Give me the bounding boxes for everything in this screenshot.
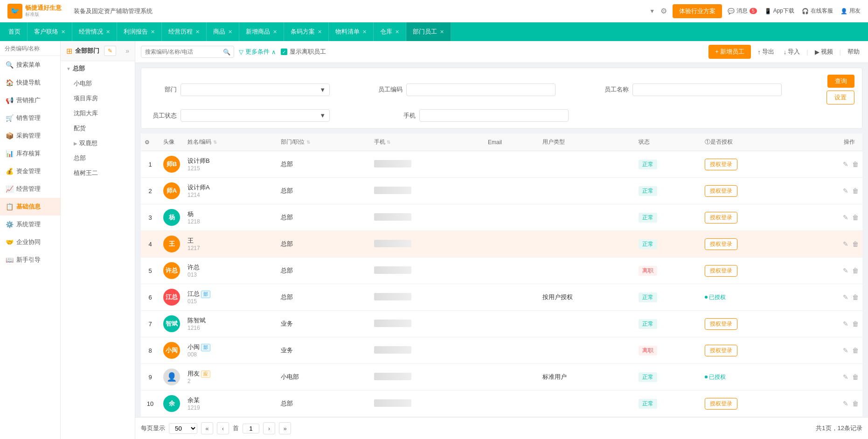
tab-operation[interactable]: 经营情况✕ xyxy=(72,22,117,41)
edit-icon[interactable]: ✎ xyxy=(843,373,848,381)
filter-more-btn[interactable]: ▽ 更多条件 ∧ xyxy=(239,48,276,56)
edit-icon[interactable]: ✎ xyxy=(843,267,848,274)
delete-icon[interactable]: 🗑 xyxy=(852,400,859,407)
last-page-btn[interactable]: » xyxy=(279,422,291,434)
app-download-btn[interactable]: 📱 App下载 xyxy=(764,7,794,15)
sidebar-item-system[interactable]: ⚙️系统管理 xyxy=(0,216,60,233)
dept-node-zhishu[interactable]: 植树王二 xyxy=(61,166,135,181)
filter-phone-input[interactable] xyxy=(419,109,569,122)
close-icon[interactable]: ✕ xyxy=(61,29,65,35)
close-icon[interactable]: ✕ xyxy=(440,29,444,35)
filter-dept-select[interactable]: ▼ xyxy=(181,84,330,96)
sidebar-item-basic[interactable]: 📋基础信息 xyxy=(0,198,60,216)
sort-icon[interactable]: ⇅ xyxy=(306,139,310,145)
auth-login-button[interactable]: 授权登录 xyxy=(705,265,737,277)
edit-icon[interactable]: ✎ xyxy=(843,240,848,248)
tab-barcode[interactable]: 条码方案✕ xyxy=(284,22,329,41)
page-size-select[interactable]: 50 100 xyxy=(169,423,197,434)
message-btn[interactable]: 💬 消息 5 xyxy=(728,7,757,15)
sort-icon[interactable]: ⇅ xyxy=(213,139,217,145)
search-input[interactable] xyxy=(141,46,234,58)
settings-icon[interactable]: ⚙ xyxy=(145,139,150,146)
query-button[interactable]: 查询 xyxy=(827,75,854,88)
dept-collapse-btn[interactable]: » xyxy=(125,47,129,55)
close-icon[interactable]: ✕ xyxy=(318,29,322,35)
first-page-btn[interactable]: « xyxy=(201,422,213,434)
close-icon[interactable]: ✕ xyxy=(106,29,110,35)
delete-icon[interactable]: 🗑 xyxy=(852,373,859,381)
system-dropdown-arrow[interactable]: ▼ xyxy=(649,8,655,14)
tab-profit[interactable]: 利润报告✕ xyxy=(117,22,162,41)
close-icon[interactable]: ✕ xyxy=(151,29,155,35)
prev-page-btn[interactable]: ‹ xyxy=(217,422,229,434)
dept-node-small-elec[interactable]: 小电部 xyxy=(61,76,135,91)
close-icon[interactable]: ✕ xyxy=(228,29,232,35)
dept-node-project-room[interactable]: 项目库房 xyxy=(61,91,135,106)
delete-icon[interactable]: 🗑 xyxy=(852,160,859,168)
tab-add-goods[interactable]: 新增商品✕ xyxy=(239,22,284,41)
delete-icon[interactable]: 🗑 xyxy=(852,267,859,274)
sidebar-item-stock[interactable]: 📊库存核算 xyxy=(0,145,60,162)
edit-icon[interactable]: ✎ xyxy=(843,347,848,354)
auth-login-button[interactable]: 授权登录 xyxy=(705,345,737,356)
import-btn[interactable]: ↓ 导入 xyxy=(781,48,803,56)
dept-edit-icon[interactable]: ✎ xyxy=(104,46,116,56)
dept-node-peizhuo[interactable]: 配货 xyxy=(61,121,135,136)
dept-node-root[interactable]: ▼ 总部 xyxy=(61,61,135,76)
gear-icon[interactable]: ⚙ xyxy=(660,7,667,15)
tab-warehouse[interactable]: 仓库✕ xyxy=(374,22,406,41)
close-icon[interactable]: ✕ xyxy=(273,29,277,35)
tab-home[interactable]: 首页 xyxy=(4,22,28,41)
sidebar-item-purchase[interactable]: 📦采购管理 xyxy=(0,127,60,145)
close-icon[interactable]: ✕ xyxy=(362,29,367,35)
auth-login-button[interactable]: 授权登录 xyxy=(705,238,737,250)
filter-emp-status-select[interactable]: ▼ xyxy=(181,109,330,122)
edit-icon[interactable]: ✎ xyxy=(843,320,848,328)
show-resigned-toggle[interactable]: ✓ 显示离职员工 xyxy=(281,48,326,56)
online-service-btn[interactable]: 🎧 在线客服 xyxy=(802,7,833,15)
edit-icon[interactable]: ✎ xyxy=(843,160,848,168)
delete-icon[interactable]: 🗑 xyxy=(852,293,859,301)
auth-login-button[interactable]: 授权登录 xyxy=(705,398,737,410)
auth-login-button[interactable]: 授权登录 xyxy=(705,318,737,330)
sidebar-item-operation[interactable]: 📈经营管理 xyxy=(0,180,60,198)
filter-emp-code-input[interactable] xyxy=(406,84,556,96)
delete-icon[interactable]: 🗑 xyxy=(852,347,859,354)
tab-bom[interactable]: 物料清单✕ xyxy=(329,22,374,41)
export-btn[interactable]: ↑ 导出 xyxy=(755,48,777,56)
sidebar-item-shortcut[interactable]: 🏠快捷导航 xyxy=(0,74,60,91)
auth-login-button[interactable]: 授权登录 xyxy=(705,159,737,170)
trial-button[interactable]: 体验行业方案 xyxy=(673,4,722,18)
sidebar-item-corp[interactable]: 🤝企业协同 xyxy=(0,233,60,251)
filter-emp-name-input[interactable] xyxy=(632,84,782,96)
sidebar-item-guide[interactable]: 📖新手引导 xyxy=(0,251,60,269)
sidebar-item-search[interactable]: 🔍搜索菜单 xyxy=(0,56,60,74)
delete-icon[interactable]: 🗑 xyxy=(852,214,859,221)
edit-icon[interactable]: ✎ xyxy=(843,214,848,221)
set-button[interactable]: 设置 xyxy=(826,91,854,105)
edit-icon[interactable]: ✎ xyxy=(843,187,848,195)
sidebar-item-finance[interactable]: 💰资金管理 xyxy=(0,162,60,180)
auth-login-button[interactable]: 授权登录 xyxy=(705,212,737,223)
dept-node-zongbu[interactable]: 总部 xyxy=(61,151,135,166)
tab-customer[interactable]: 客户联络✕ xyxy=(28,22,72,41)
view-btn[interactable]: ▶ 视频 xyxy=(812,48,836,56)
tab-dept-staff[interactable]: 部门员工✕ xyxy=(406,22,451,41)
dept-node-shenyang[interactable]: 沈阳大库 xyxy=(61,106,135,121)
user-btn[interactable]: 👤 用友 xyxy=(840,7,861,15)
sort-icon[interactable]: ⇅ xyxy=(387,139,390,145)
sidebar-item-marketing[interactable]: 📢营销推广 xyxy=(0,91,60,109)
next-page-btn[interactable]: › xyxy=(263,422,275,434)
help-btn[interactable]: 帮助 xyxy=(845,48,862,56)
sidebar-item-sales[interactable]: 🛒销售管理 xyxy=(0,109,60,127)
tab-history[interactable]: 经营历程✕ xyxy=(162,22,207,41)
dept-node-shuanglu[interactable]: ▶ 双鹿想 xyxy=(61,136,135,151)
delete-icon[interactable]: 🗑 xyxy=(852,320,859,328)
close-icon[interactable]: ✕ xyxy=(195,29,200,35)
page-number-input[interactable] xyxy=(243,424,259,433)
auth-login-button[interactable]: 授权登录 xyxy=(705,185,737,197)
sidebar-search-input[interactable] xyxy=(5,45,61,52)
add-employee-button[interactable]: + 新增员工 xyxy=(708,45,751,59)
edit-icon[interactable]: ✎ xyxy=(843,400,848,407)
close-icon[interactable]: ✕ xyxy=(395,29,399,35)
